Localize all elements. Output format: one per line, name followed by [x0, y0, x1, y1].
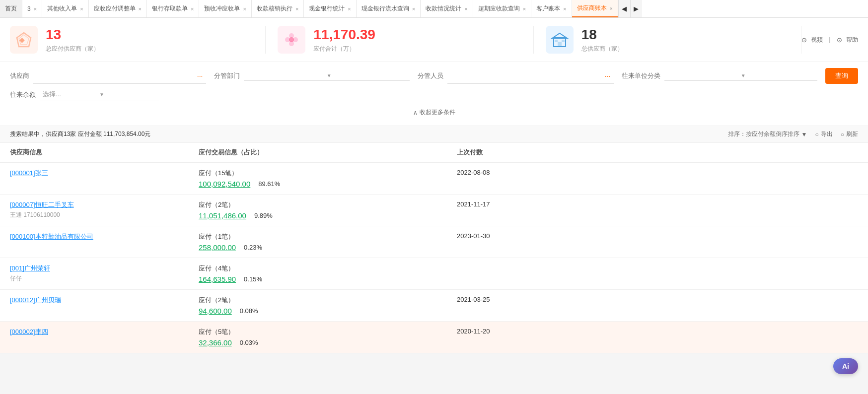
row4-trans-percent: 0.15% — [244, 275, 262, 283]
row4-supplier: [001]广州荣轩 仔仔 — [10, 264, 199, 283]
card-icon-store — [546, 26, 574, 54]
results-summary-text: 搜索结果中，供应商13家 应付金额 111,703,854.00元 — [10, 131, 150, 137]
table-row: [000007]恒旺二手叉车 王通 17106110000 应付（2笔） 11,… — [0, 195, 868, 226]
nav-tab-receipt-verify[interactable]: 收款核销执行 × — [252, 0, 304, 17]
row1-transaction: 应付（15笔） 100,092,540.00 89.61% — [199, 169, 457, 188]
row6-trans-amount-row: 32,366.00 0.03% — [199, 338, 457, 347]
nav-tab-cash-flow-label: 现金银行流水查询 — [362, 4, 409, 13]
table-row: [001]广州荣轩 仔仔 应付（4笔） 164,635.90 0.15% — [0, 258, 868, 290]
person-filter-input-wrap[interactable]: ··· — [447, 68, 614, 84]
balance-filter-select[interactable]: 选择... ▼ — [40, 88, 159, 101]
nav-tab-receipt-verify-close[interactable]: × — [295, 6, 298, 12]
card-icon-diamond: ◆ — [10, 26, 38, 54]
nav-tab-overdue-close[interactable]: × — [523, 6, 526, 12]
nav-tab-receipt-stat-close[interactable]: × — [464, 6, 467, 12]
dept-filter-label: 分管部门 — [214, 71, 240, 80]
nav-tab-bank-deposit[interactable]: 银行存取款单 × — [147, 0, 199, 17]
svg-rect-10 — [558, 42, 562, 47]
row5-trans-percent: 0.08% — [240, 307, 258, 315]
sort-select[interactable]: 排序：按应付余额倒序排序 ▼ — [728, 130, 807, 138]
row4-supplier-link[interactable]: [001]广州荣轩 — [10, 264, 199, 273]
collapse-button[interactable]: ∧ 收起更多条件 — [413, 108, 455, 117]
nav-tab-overdue[interactable]: 超期应收款查询 × — [473, 0, 531, 17]
top-links: ⊙ 视频 ｜ ⊙ 帮助 — [801, 36, 858, 44]
nav-tab-cash-flow[interactable]: 现金银行流水查询 × — [357, 0, 421, 17]
separator: ｜ — [827, 36, 833, 44]
row3-lastpay: 2023-01-30 — [457, 232, 858, 240]
dept-dropdown-icon: ▼ — [327, 73, 407, 78]
nav-tab-ar-ap-adjust[interactable]: 应收应付调整单 × — [89, 0, 147, 17]
nav-tab-prepay-close[interactable]: × — [243, 6, 246, 12]
filter-balance: 往来余额 选择... ▼ — [10, 88, 159, 101]
data-table: 供应商信息 应付交易信息（占比） 上次付数 [000001]张三 应付（15笔）… — [0, 143, 868, 353]
row4-trans-amount[interactable]: 164,635.90 — [199, 275, 236, 283]
card-content-total-suppliers: 18 总供应商（家） — [581, 26, 623, 54]
row1-trans-amount[interactable]: 100,092,540.00 — [199, 180, 250, 188]
row3-supplier-link[interactable]: [000100]本特勤油品有限公司 — [10, 232, 199, 241]
nav-tab-supplier-book-close[interactable]: × — [610, 5, 613, 11]
person-filter-input[interactable] — [450, 70, 605, 81]
nav-tab-customer-book[interactable]: 客户账本 × — [531, 0, 572, 17]
table-header: 供应商信息 应付交易信息（占比） 上次付数 — [0, 143, 868, 163]
nav-tab-bank-deposit-close[interactable]: × — [191, 6, 194, 12]
nav-tab-ar-ap-close[interactable]: × — [139, 6, 142, 12]
help-icon: ⊙ — [837, 36, 842, 44]
video-link[interactable]: 视频 — [811, 36, 823, 44]
balance-filter-value: 选择... — [43, 90, 99, 99]
supplier-filter-input-wrap[interactable]: ··· — [33, 68, 206, 84]
category-filter-select[interactable]: ▼ — [664, 71, 818, 81]
refresh-icon: ○ — [841, 131, 844, 138]
supplier-filter-label: 供应商 — [10, 71, 29, 80]
col-header-lastpay: 上次付数 — [457, 148, 858, 157]
refresh-button[interactable]: ○ 刷新 — [841, 130, 858, 138]
nav-tab-supplier-book[interactable]: 供应商账本 × — [572, 0, 618, 17]
table-row: [000002]李四 应付（5笔） 32,366.00 0.03% 2020-1… — [0, 322, 868, 353]
supplier-filter-input[interactable] — [36, 70, 197, 81]
row5-trans-amount[interactable]: 94,600.00 — [199, 307, 232, 315]
results-header: 搜索结果中，供应商13家 应付金额 111,703,854.00元 排序：按应付… — [0, 126, 868, 143]
nav-prev-arrow[interactable]: ◀ — [618, 0, 630, 17]
nav-tab-other-income-close[interactable]: × — [80, 6, 83, 12]
nav-tab-overdue-label: 超期应收款查询 — [478, 4, 520, 13]
row3-trans-amount[interactable]: 258,000.00 — [199, 243, 236, 252]
person-filter-dots[interactable]: ··· — [605, 72, 611, 80]
card-content-suppliers: 13 总应付供应商（家） — [46, 26, 99, 54]
nav-tab-cash-bank-close[interactable]: × — [348, 6, 351, 12]
help-link[interactable]: 帮助 — [846, 36, 858, 44]
nav-tab-customer-book-close[interactable]: × — [563, 6, 566, 12]
top-navigation: 首页 3 × 其他收入单 × 应收应付调整单 × 银行存取款单 × 预收冲应收单… — [0, 0, 868, 18]
row5-supplier-link[interactable]: [000012]广州贝瑞 — [10, 296, 199, 305]
dept-filter-select[interactable]: ▼ — [244, 71, 410, 81]
nav-tab-3-close[interactable]: × — [34, 6, 37, 12]
nav-tab-customer-book-label: 客户账本 — [536, 4, 560, 13]
nav-tab-cash-flow-close[interactable]: × — [412, 6, 415, 12]
nav-next-arrow[interactable]: ▶ — [630, 0, 642, 17]
row2-trans-percent: 9.89% — [254, 212, 273, 219]
nav-tab-other-income[interactable]: 其他收入单 × — [42, 0, 88, 17]
nav-tab-3[interactable]: 3 × — [22, 0, 42, 17]
row1-supplier-link[interactable]: [000001]张三 — [10, 169, 199, 178]
export-icon: ○ — [815, 131, 819, 138]
row2-supplier-link[interactable]: [000007]恒旺二手叉车 — [10, 200, 199, 209]
row6-supplier-link[interactable]: [000002]李四 — [10, 328, 199, 336]
balance-filter-label: 往来余额 — [10, 90, 36, 99]
total-supplier-count: 18 — [581, 26, 623, 43]
supplier-filter-dots[interactable]: ··· — [197, 72, 203, 80]
collapse-chevron-icon: ∧ — [413, 109, 418, 116]
nav-tab-home[interactable]: 首页 — [0, 0, 22, 17]
filter-dept: 分管部门 ▼ — [214, 71, 410, 81]
nav-tab-other-income-label: 其他收入单 — [47, 4, 77, 13]
row2-trans-amount[interactable]: 11,051,486.00 — [199, 211, 246, 220]
nav-tab-prepay[interactable]: 预收冲应收单 × — [199, 0, 251, 17]
nav-tab-receipt-stat[interactable]: 收款情况统计 × — [421, 0, 473, 17]
nav-tab-cash-bank[interactable]: 现金银行统计 × — [304, 0, 356, 17]
search-button[interactable]: 查询 — [825, 68, 858, 84]
row1-trans-label: 应付（15笔） — [199, 169, 457, 178]
video-icon: ⊙ — [801, 36, 807, 44]
col-header-supplier: 供应商信息 — [10, 148, 199, 157]
export-label: 导出 — [821, 130, 833, 138]
row6-trans-amount[interactable]: 32,366.00 — [199, 338, 232, 347]
export-button[interactable]: ○ 导出 — [815, 130, 833, 138]
row3-supplier: [000100]本特勤油品有限公司 — [10, 232, 199, 241]
row1-lastpay: 2022-08-08 — [457, 169, 858, 176]
